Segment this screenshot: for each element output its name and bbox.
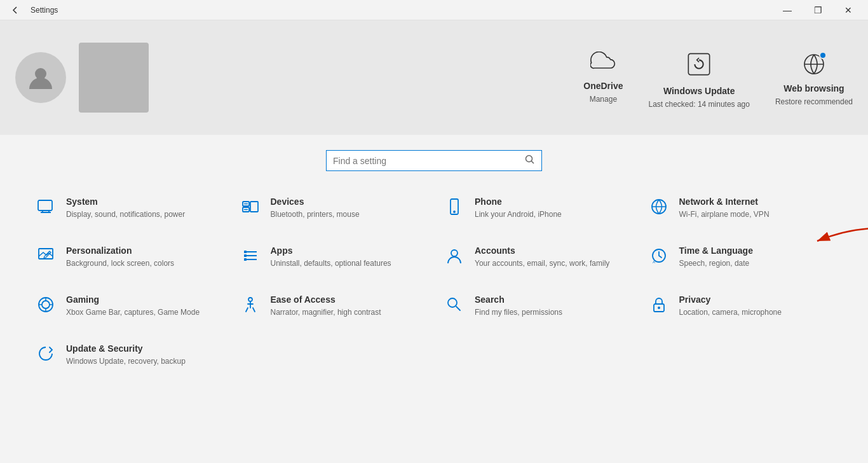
titlebar: Settings — ❐ ✕: [0, 0, 868, 20]
ease-text: Ease of Access Narrator, magnifier, high…: [271, 294, 424, 318]
time-icon: A: [649, 247, 669, 269]
settings-item-privacy[interactable]: Privacy Location, camera, microphone: [639, 282, 843, 331]
svg-rect-14: [244, 258, 247, 261]
network-icon: [649, 198, 669, 220]
accounts-desc: Your accounts, email, sync, work, family: [475, 258, 628, 269]
update-icon: [36, 345, 56, 367]
ease-title: Ease of Access: [271, 294, 424, 305]
maximize-button[interactable]: ❐: [803, 0, 832, 20]
settings-item-search[interactable]: Search Find my files, permissions: [434, 282, 639, 331]
svg-rect-7: [250, 202, 258, 212]
apps-text: Apps Uninstall, defaults, optional featu…: [271, 245, 424, 269]
svg-rect-4: [38, 200, 52, 211]
devices-icon: [240, 198, 261, 220]
gaming-icon: [36, 296, 56, 318]
ease-icon: [240, 296, 261, 318]
onedrive-title: OneDrive: [583, 81, 623, 91]
time-title: Time & Language: [679, 245, 833, 256]
settings-item-personalization[interactable]: Personalization Background, lock screen,…: [25, 233, 230, 282]
devices-text: Devices Bluetooth, printers, mouse: [271, 197, 424, 220]
ease-desc: Narrator, magnifier, high contrast: [271, 307, 424, 318]
web-browsing-widget[interactable]: Web browsing Restore recommended: [775, 52, 853, 106]
back-button[interactable]: [5, 0, 25, 20]
profile-header: OneDrive Manage Windows Update Last chec…: [0, 20, 868, 135]
accounts-text: Accounts Your accounts, email, sync, wor…: [475, 245, 628, 269]
windows-update-subtitle: Last checked: 14 minutes ago: [649, 100, 750, 109]
settings-item-devices[interactable]: Devices Bluetooth, printers, mouse: [230, 184, 435, 233]
apps-title: Apps: [271, 245, 424, 256]
web-browsing-icon-wrap: [801, 52, 827, 79]
svg-point-24: [658, 307, 660, 309]
phone-text: Phone Link your Android, iPhone: [475, 197, 628, 220]
search-box: [326, 150, 542, 171]
update-desc: Windows Update, recovery, backup: [66, 356, 220, 367]
app-title: Settings: [31, 6, 58, 15]
onedrive-widget[interactable]: OneDrive Manage: [583, 52, 623, 104]
profile-image: [79, 43, 149, 113]
titlebar-left: Settings: [5, 0, 58, 20]
settings-item-gaming[interactable]: Gaming Xbox Game Bar, captures, Game Mod…: [25, 282, 230, 331]
personalization-text: Personalization Background, lock screen,…: [66, 245, 220, 269]
window-controls: — ❐ ✕: [773, 0, 863, 20]
gaming-text: Gaming Xbox Game Bar, captures, Game Mod…: [66, 294, 220, 318]
devices-title: Devices: [271, 197, 424, 207]
settings-item-accounts[interactable]: Accounts Your accounts, email, sync, wor…: [434, 233, 639, 282]
windows-update-title: Windows Update: [663, 86, 735, 96]
network-desc: Wi-Fi, airplane mode, VPN: [679, 209, 833, 220]
search-input[interactable]: [333, 156, 525, 166]
search-settings-icon: [444, 296, 465, 318]
settings-item-network[interactable]: Network & Internet Wi-Fi, airplane mode,…: [639, 184, 843, 233]
close-button[interactable]: ✕: [834, 0, 863, 20]
svg-point-9: [454, 211, 455, 212]
settings-item-ease[interactable]: Ease of Access Narrator, magnifier, high…: [230, 282, 435, 331]
svg-rect-13: [244, 254, 247, 257]
svg-rect-1: [689, 53, 710, 74]
accounts-title: Accounts: [475, 245, 628, 256]
settings-item-system[interactable]: System Display, sound, notifications, po…: [25, 184, 230, 233]
gaming-desc: Xbox Game Bar, captures, Game Mode: [66, 307, 220, 318]
settings-item-phone[interactable]: Phone Link your Android, iPhone: [434, 184, 639, 233]
apps-icon: [240, 247, 261, 269]
settings-grid: System Display, sound, notifications, po…: [0, 184, 868, 380]
personalization-icon: [36, 247, 56, 269]
time-text: Time & Language Speech, region, date: [679, 245, 833, 269]
avatar: [15, 52, 66, 103]
windows-update-icon: [686, 52, 712, 82]
minimize-button[interactable]: —: [773, 0, 802, 20]
svg-rect-12: [244, 251, 247, 253]
system-title: System: [66, 197, 220, 207]
web-browsing-title: Web browsing: [783, 83, 844, 93]
network-title: Network & Internet: [679, 197, 833, 207]
privacy-title: Privacy: [679, 294, 833, 305]
time-desc: Speech, region, date: [679, 258, 833, 269]
search-settings-text: Search Find my files, permissions: [475, 294, 628, 318]
windows-update-widget[interactable]: Windows Update Last checked: 14 minutes …: [649, 52, 750, 109]
system-desc: Display, sound, notifications, power: [66, 209, 220, 220]
phone-icon: [444, 198, 465, 220]
phone-desc: Link your Android, iPhone: [475, 209, 628, 220]
network-text: Network & Internet Wi-Fi, airplane mode,…: [679, 197, 833, 220]
privacy-icon: [649, 296, 669, 318]
search-area: [0, 135, 868, 184]
onedrive-subtitle: Manage: [590, 95, 617, 104]
personalization-desc: Background, lock screen, colors: [66, 258, 220, 269]
privacy-text: Privacy Location, camera, microphone: [679, 294, 833, 318]
web-browsing-badge: [819, 52, 827, 59]
search-settings-title: Search: [475, 294, 628, 305]
settings-item-time[interactable]: A Time & Language Speech, region, date: [639, 233, 843, 282]
system-text: System Display, sound, notifications, po…: [66, 197, 220, 220]
system-icon: [36, 198, 56, 220]
apps-desc: Uninstall, defaults, optional features: [271, 258, 424, 269]
gaming-title: Gaming: [66, 294, 220, 305]
svg-point-22: [448, 298, 457, 307]
user-icon: [25, 62, 56, 93]
accounts-icon: [444, 247, 465, 269]
settings-item-update[interactable]: Update & Security Windows Update, recove…: [25, 331, 230, 380]
update-title: Update & Security: [66, 343, 220, 354]
devices-desc: Bluetooth, printers, mouse: [271, 209, 424, 220]
update-text: Update & Security Windows Update, recove…: [66, 343, 220, 367]
onedrive-icon: [590, 52, 616, 77]
search-settings-desc: Find my files, permissions: [475, 307, 628, 318]
settings-item-apps[interactable]: Apps Uninstall, defaults, optional featu…: [230, 233, 435, 282]
svg-text:A: A: [653, 260, 655, 264]
